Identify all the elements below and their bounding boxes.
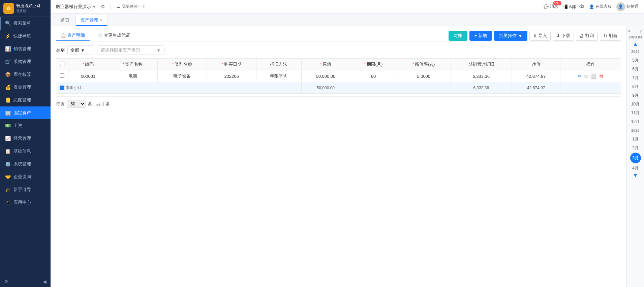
month-6-2022[interactable]: 6月 (629, 65, 642, 73)
month-2-2023[interactable]: 2月 (629, 144, 642, 152)
per-page-label: 每页 (56, 101, 65, 107)
cell-initial-accumulated: 6,333.36 (451, 70, 512, 82)
reconcile-label: 对账 (454, 33, 462, 39)
refresh-label: 刷新 (609, 33, 617, 39)
col-residual-rate: *残值率(%) (397, 59, 451, 70)
settings-icon[interactable]: ⚙ (4, 279, 8, 284)
sidebar-item-quick-nav[interactable]: ⚡ 快捷导航 (0, 30, 51, 42)
batch-dropdown-icon: ▼ (518, 33, 522, 38)
month-4-2023[interactable]: 4月 (629, 164, 642, 172)
col-period: *期限(月) (350, 59, 397, 70)
company-dropdown-arrow: ▼ (92, 5, 96, 9)
right-panel-down-arrow[interactable]: ▼ (633, 172, 638, 179)
cell-original-value: 50,000.00 (301, 70, 350, 82)
cell-purchase-date: 202206 (207, 70, 256, 82)
sidebar-item-system[interactable]: ⚙️ 系统管理 (0, 158, 51, 170)
subtotal-action (560, 82, 621, 94)
company-selector[interactable]: 医疗器械行业演示 ▼ (56, 4, 96, 10)
subtotal-residual-rate (397, 82, 451, 94)
prev-year-label: 2022 (629, 47, 642, 56)
per-page-select[interactable]: 50 100 200 (67, 100, 86, 108)
subtotal-label-cell: ▪ 本页小计： (56, 82, 302, 94)
category-input[interactable]: 请选择固定资产类别 ▼ (97, 45, 164, 55)
topbar: 医疗器械行业演示 ▼ ⚙ ☁ 我要体验一下 💬 消息 99+ 📲 App下载 👤… (51, 0, 644, 13)
collapse-icon[interactable]: ◀ (43, 279, 47, 284)
sidebar-item-operations[interactable]: 📈 经营管理 (0, 132, 51, 145)
assets-table: *编码 *资产名称 *类别名称 *购买日期 折旧方法 *原值 *期限(月) *残… (56, 58, 621, 94)
category-placeholder: 请选择固定资产类别 (101, 47, 140, 53)
month-1-2023[interactable]: 1月 (629, 135, 642, 143)
print-icon: 🖨 (580, 33, 584, 38)
topbar-gear-icon[interactable]: ⚙ (101, 4, 105, 9)
tab-asset-detail[interactable]: 📋 资产明细 (56, 30, 90, 41)
tab-home[interactable]: 首页 (56, 15, 74, 26)
ledger-icon: 📒 (5, 97, 11, 103)
month-12-2022[interactable]: 12月 (629, 118, 642, 126)
refresh-button[interactable]: ↻ 刷新 (600, 31, 621, 41)
print-button[interactable]: 🖨 打印 (576, 31, 598, 41)
page-tabs: 📋 资产明细 📄 变更生成凭证 对账 + 新增 批量操作 (56, 30, 621, 41)
sidebar-item-search[interactable]: 🔍 搜索菜单 (0, 17, 51, 30)
subtotal-icon: ▪ (60, 86, 64, 90)
purchase-icon: 🛒 (5, 59, 11, 65)
sidebar-item-enterprise[interactable]: 🤝 企业协同 (0, 170, 51, 183)
reconcile-button[interactable]: 对账 (449, 31, 467, 41)
table-header-row: *编码 *资产名称 *类别名称 *购买日期 折旧方法 *原值 *期限(月) *残… (56, 59, 621, 70)
month-10-2022[interactable]: 10月 (629, 100, 642, 108)
month-9-2022[interactable]: 9月 (629, 91, 642, 99)
month-3-2023[interactable]: 3月 (630, 153, 641, 163)
sidebar-item-app-center[interactable]: 📱 应用中心 (0, 196, 51, 209)
sidebar-item-purchase[interactable]: 🛒 采购管理 (0, 55, 51, 68)
fixed-assets-icon: 🏢 (5, 110, 11, 116)
import-button[interactable]: ⬆ 导入 (529, 31, 551, 41)
online-service-button[interactable]: 👤 在线客服 (589, 4, 612, 9)
sidebar-item-label: 经营管理 (13, 135, 31, 141)
right-panel-up-arrow[interactable]: ▲ (633, 41, 638, 47)
month-8-2022[interactable]: 8月 (629, 83, 642, 91)
main-area: 医疗器械行业演示 ▼ ⚙ ☁ 我要体验一下 💬 消息 99+ 📲 App下载 👤… (51, 0, 644, 287)
cell-checkbox[interactable] (56, 70, 68, 82)
share-icon[interactable]: ⬜ (590, 73, 596, 79)
tab-change-voucher[interactable]: 📄 变更生成凭证 (92, 30, 135, 41)
tab-asset-management[interactable]: 资产管理 × (75, 15, 108, 26)
message-button[interactable]: 💬 消息 99+ (544, 4, 558, 9)
company-name: 医疗器械行业演示 (56, 4, 91, 10)
right-panel-nav: ▲ 2022 5月 6月 7月 8月 9月 10月 11月 12月 2023 1… (629, 41, 642, 179)
app-download-button[interactable]: 📲 App下载 (563, 4, 584, 9)
sidebar-item-inventory[interactable]: 📦 库存核算 (0, 68, 51, 81)
tab-active-label: 资产管理 (81, 17, 98, 23)
subtotal-initial-accumulated: 6,333.36 (451, 82, 512, 94)
filter-toolbar: 类别 全部 ▼ 请选择固定资产类别 ▼ (56, 45, 621, 55)
sidebar-item-guide[interactable]: 🎓 新手引导 (0, 183, 51, 196)
download-button[interactable]: ⬇ 下载 (553, 31, 574, 41)
sidebar-item-ledger[interactable]: 📒 总账管理 (0, 94, 51, 106)
topbar-right: 💬 消息 99+ 📲 App下载 👤 在线客服 👤 畅捷通 (544, 2, 639, 11)
experience-link[interactable]: ☁ 我要体验一下 (116, 4, 146, 9)
new-button[interactable]: + 新增 (469, 31, 492, 41)
right-panel-close-icon[interactable]: × (628, 29, 631, 34)
subtotal-label-text: 本页小计： (66, 85, 86, 91)
select-all-checkbox[interactable] (60, 62, 64, 66)
month-7-2022[interactable]: 7月 (629, 74, 642, 82)
sidebar-item-label: 快捷导航 (13, 33, 31, 39)
sidebar-item-basic-info[interactable]: 📋 基础信息 (0, 145, 51, 158)
sidebar-item-finance[interactable]: 💰 资金管理 (0, 81, 51, 94)
user-profile[interactable]: 👤 畅捷通 (616, 2, 639, 11)
row-checkbox[interactable] (60, 73, 64, 78)
delete-icon[interactable]: 🗑 (599, 73, 604, 79)
edit-icon[interactable]: ✏ (578, 73, 582, 79)
batch-button[interactable]: 批量操作 ▼ (494, 31, 527, 41)
right-panel-expand-icon[interactable]: ⤢ (639, 29, 643, 34)
sidebar-item-payroll[interactable]: 💵 工资 (0, 119, 51, 132)
tab-close-button[interactable]: × (100, 18, 102, 23)
month-5-2022[interactable]: 5月 (629, 56, 642, 64)
sidebar-item-label: 应用中心 (13, 199, 31, 205)
sidebar-item-fixed-assets[interactable]: 🏢 固定资产 (0, 106, 51, 119)
sidebar-item-label: 资金管理 (13, 84, 31, 90)
category-filter-select[interactable]: 全部 ▼ (67, 45, 94, 55)
month-11-2022[interactable]: 11月 (629, 109, 642, 117)
experience-label: 我要体验一下 (122, 4, 146, 9)
topbar-divider (111, 3, 111, 10)
copy-icon[interactable]: ⧉ (584, 73, 588, 79)
sidebar-item-sales[interactable]: 📊 销售管理 (0, 42, 51, 55)
